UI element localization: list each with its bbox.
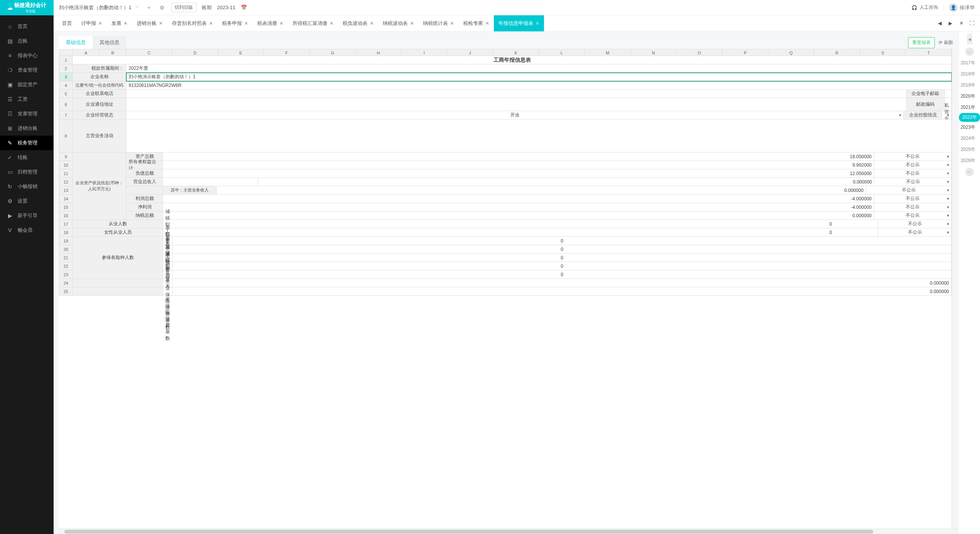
close-icon[interactable]: ✕ xyxy=(330,21,333,26)
cell[interactable]: 0 xyxy=(173,245,952,254)
close-icon[interactable]: ✕ xyxy=(209,21,213,26)
year-collapse[interactable]: ◀ xyxy=(967,34,972,44)
cell[interactable]: 0.000000 xyxy=(217,186,866,195)
period-value[interactable]: 2023-11 xyxy=(217,5,235,10)
column-header[interactable]: L xyxy=(539,49,585,56)
row-header[interactable]: 5 xyxy=(59,90,73,98)
cell-dropdown[interactable]: 不公示▼ xyxy=(878,228,952,237)
column-header[interactable]: B xyxy=(100,49,126,56)
year-scroll-down[interactable]: ﹀ xyxy=(965,168,974,176)
sidebar-item-report[interactable]: ≡报表中心 xyxy=(0,48,54,63)
row-header[interactable]: 21 xyxy=(59,254,73,262)
sidebar-item-ledger[interactable]: ▤总账 xyxy=(0,34,54,48)
tab[interactable]: 纳税统计表✕ xyxy=(418,15,459,31)
tab[interactable]: 税检专家✕ xyxy=(459,15,494,31)
row-header[interactable]: 3 xyxy=(59,73,73,81)
cell[interactable] xyxy=(126,98,906,111)
row-header[interactable]: 15 xyxy=(59,203,73,211)
gear-icon[interactable]: ⚙ xyxy=(158,4,166,11)
cell[interactable]: 0 xyxy=(173,270,952,279)
cell[interactable] xyxy=(126,120,952,152)
cell[interactable]: 2022年度 xyxy=(126,64,952,73)
horizontal-scrollbar[interactable] xyxy=(59,529,958,534)
spreadsheet[interactable]: ABCDEFGHIJKLMNOPQRST 1工商年报信息表2税款所属期间：202… xyxy=(59,49,952,529)
row-header[interactable]: 12 xyxy=(59,178,73,186)
row-header[interactable]: 11 xyxy=(59,169,73,178)
row-header[interactable]: 24 xyxy=(59,279,73,287)
sidebar-item-guide[interactable]: ▶新手引导 xyxy=(0,208,54,223)
active-cell[interactable]: 刘小艳演示账套（勿删勿动！）1 xyxy=(126,73,952,81)
cell[interactable]: 0 xyxy=(163,228,878,237)
row-header[interactable]: 2 xyxy=(59,64,73,73)
row-header[interactable]: 9 xyxy=(59,152,73,161)
year-item[interactable]: 2020年 xyxy=(959,91,980,102)
reset-button[interactable]: 重置报表 xyxy=(908,37,935,48)
vertical-scrollbar[interactable] xyxy=(952,49,958,529)
row-header[interactable]: 8 xyxy=(59,120,73,152)
close-icon[interactable]: ✕ xyxy=(124,21,127,26)
cell-dropdown[interactable]: 不公示▼ xyxy=(874,161,952,169)
sidebar-item-home[interactable]: ⌂首页 xyxy=(0,19,54,34)
tab[interactable]: 所得税汇算清缴✕ xyxy=(288,15,338,31)
cell-dropdown[interactable]: 不公示▼ xyxy=(874,169,952,178)
tab[interactable]: 发票✕ xyxy=(107,15,132,31)
year-scroll-up[interactable]: ︿ xyxy=(965,48,974,56)
cell[interactable]: 91320811MA7NGR2W6R xyxy=(126,81,952,90)
row-header[interactable]: 7 xyxy=(59,111,73,120)
sidebar-item-marketing[interactable]: ↻小畅报销 xyxy=(0,179,54,194)
user-menu[interactable]: 👤 徐泽华 xyxy=(949,3,975,12)
cell[interactable]: 0 xyxy=(173,254,952,262)
sidebar-item-fund[interactable]: ❍资金管理 xyxy=(0,63,54,77)
column-header[interactable]: F xyxy=(264,49,310,56)
tabs-prev[interactable]: ◀ xyxy=(936,19,944,28)
close-icon[interactable]: ✕ xyxy=(244,21,248,26)
row-header[interactable]: 1 xyxy=(59,56,73,64)
cell[interactable]: 0.000000 xyxy=(163,211,874,220)
cell[interactable] xyxy=(945,90,952,98)
subtab-basic[interactable]: 基础信息 xyxy=(59,36,93,49)
column-header[interactable]: E xyxy=(218,49,264,56)
cell[interactable]: 0 xyxy=(173,262,952,270)
close-icon[interactable]: ✕ xyxy=(98,21,102,26)
add-icon[interactable]: ＋ xyxy=(145,4,153,11)
cell-dropdown[interactable]: 不公示▼ xyxy=(875,178,952,186)
row-header[interactable]: 18 xyxy=(59,228,73,237)
column-header[interactable]: A xyxy=(73,49,100,56)
row-header[interactable]: 10 xyxy=(59,161,73,169)
cell[interactable] xyxy=(163,178,258,186)
cell[interactable]: 9.992000 xyxy=(163,161,874,169)
row-header[interactable]: 6 xyxy=(59,98,73,111)
column-header[interactable]: P xyxy=(722,49,768,56)
cell[interactable]: 0.000000 xyxy=(258,178,875,186)
column-header[interactable]: G xyxy=(310,49,356,56)
subtab-other[interactable]: 其他信息 xyxy=(93,36,126,49)
sidebar-item-tax[interactable]: ✎税务管理 xyxy=(0,136,54,150)
column-header[interactable]: J xyxy=(447,49,493,56)
cell[interactable] xyxy=(126,90,906,98)
refresh-button[interactable]: ⟳ 刷新 xyxy=(939,39,953,46)
tab[interactable]: 税负波动表✕ xyxy=(338,15,378,31)
sidebar-item-close-period[interactable]: ✓结账 xyxy=(0,150,54,165)
row-header[interactable]: 14 xyxy=(59,195,73,203)
tab[interactable]: 税表清册✕ xyxy=(253,15,288,31)
row-header[interactable]: 23 xyxy=(59,270,73,279)
column-header[interactable]: Q xyxy=(768,49,814,56)
cell[interactable]: 12.050000 xyxy=(163,169,874,178)
row-header[interactable]: 16 xyxy=(59,211,73,220)
cell-dropdown[interactable]: 不公示▼ xyxy=(874,195,952,203)
tab[interactable]: 年报信息申报表✕ xyxy=(494,15,544,31)
year-item[interactable]: 2022年 xyxy=(959,113,980,122)
sidebar-item-salary[interactable]: ☰工资 xyxy=(0,92,54,106)
column-header[interactable]: N xyxy=(631,49,677,56)
column-header[interactable]: C xyxy=(126,49,172,56)
tabs-close-all[interactable]: ✕ xyxy=(957,19,965,28)
tabs-next[interactable]: ▶ xyxy=(946,19,955,28)
sidebar-item-psi[interactable]: ⊞进销台账 xyxy=(0,121,54,136)
sidebar-item-archive[interactable]: ▭归档管理 xyxy=(0,165,54,179)
cell[interactable]: 0.000000 xyxy=(173,279,952,287)
tab[interactable]: 税务申报✕ xyxy=(217,15,253,31)
close-icon[interactable]: ✕ xyxy=(450,21,454,26)
close-icon[interactable]: ✕ xyxy=(370,21,374,26)
cell[interactable]: 0.000000 xyxy=(173,287,952,296)
column-header[interactable]: I xyxy=(402,49,448,56)
